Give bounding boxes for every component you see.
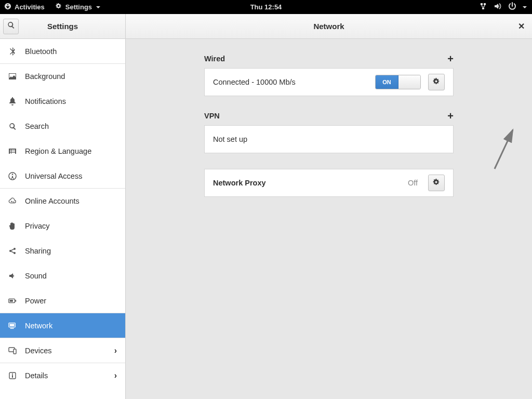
clock[interactable]: Thu 12:54	[250, 3, 282, 11]
page-title: Network	[313, 22, 344, 31]
cloud-key-icon	[8, 197, 17, 205]
sidebar-item-bluetooth[interactable]: Bluetooth	[0, 39, 125, 64]
proxy-label: Network Proxy	[213, 179, 401, 187]
plus-icon: +	[447, 110, 454, 122]
sidebar-item-label: Privacy	[25, 222, 50, 230]
sidebar-item-label: Sharing	[25, 247, 51, 255]
app-menu-icon	[55, 3, 62, 11]
vpn-status-text: Not set up	[213, 135, 445, 143]
section-proxy: Network Proxy Off	[204, 169, 454, 197]
sidebar-item-label: Devices	[25, 347, 52, 355]
svg-line-16	[495, 130, 513, 169]
battery-icon	[8, 297, 17, 305]
bluetooth-icon	[8, 47, 17, 56]
proxy-settings-button[interactable]	[428, 175, 445, 191]
svg-point-2	[11, 201, 12, 202]
globe-icon	[8, 147, 17, 155]
chevron-right-icon: ›	[114, 346, 117, 355]
sidebar-item-label: Network	[25, 322, 52, 330]
volume-icon[interactable]	[494, 2, 502, 12]
wired-toggle[interactable]: ON	[375, 75, 421, 89]
add-vpn-button[interactable]: +	[447, 112, 454, 119]
activities-button[interactable]: Activities	[15, 3, 45, 11]
accessibility-icon	[8, 172, 17, 180]
content-body: Wired + Connected - 10000 Mb/s ON	[126, 39, 532, 399]
content-header: Network ✕	[126, 14, 532, 39]
sidebar-item-label: Universal Access	[25, 172, 82, 180]
sidebar-title: Settings	[47, 22, 78, 31]
svg-rect-10	[10, 324, 15, 326]
close-icon: ✕	[518, 22, 525, 31]
sidebar-item-label: Notifications	[25, 97, 66, 105]
sidebar-item-label: Details	[25, 371, 48, 380]
wired-status-text: Connected - 10000 Mb/s	[213, 78, 368, 86]
chevron-down-icon	[96, 3, 100, 11]
settings-sidebar: Settings Bluetooth Background Notificati…	[0, 14, 126, 399]
svg-rect-8	[10, 300, 13, 302]
annotation-arrow	[479, 125, 531, 177]
plus-icon: +	[447, 53, 454, 64]
section-title-wired: Wired	[204, 55, 225, 63]
section-wired: Wired + Connected - 10000 Mb/s ON	[204, 55, 454, 96]
sidebar-item-devices[interactable]: Devices ›	[0, 338, 125, 363]
sidebar-item-label: Bluetooth	[25, 47, 57, 56]
wired-settings-button[interactable]	[428, 74, 445, 90]
add-wired-button[interactable]: +	[447, 55, 454, 62]
section-vpn: VPN + Not set up	[204, 112, 454, 153]
svg-rect-15	[12, 375, 13, 378]
svg-rect-7	[15, 300, 16, 302]
settings-window: Settings Bluetooth Background Notificati…	[0, 14, 532, 399]
sidebar-item-label: Sound	[25, 272, 47, 280]
info-icon	[8, 371, 17, 380]
sidebar-header: Settings	[0, 14, 125, 39]
close-button[interactable]: ✕	[518, 21, 525, 31]
power-icon[interactable]	[508, 2, 516, 12]
sidebar-item-search[interactable]: Search	[0, 114, 125, 139]
sidebar-item-label: Search	[25, 122, 49, 130]
sidebar-item-universal-access[interactable]: Universal Access	[0, 164, 125, 189]
svg-point-1	[12, 174, 14, 175]
bell-icon	[8, 97, 17, 105]
section-title-vpn: VPN	[204, 112, 220, 120]
gear-icon	[432, 77, 441, 87]
proxy-row[interactable]: Network Proxy Off	[205, 169, 453, 196]
search-icon	[8, 122, 17, 130]
sidebar-item-sound[interactable]: Sound	[0, 263, 125, 288]
sidebar-item-region-language[interactable]: Region & Language	[0, 139, 125, 164]
devices-icon	[8, 347, 17, 355]
activities-icon	[4, 3, 11, 11]
hand-icon	[8, 222, 17, 230]
sidebar-item-power[interactable]: Power	[0, 288, 125, 313]
system-menu-caret-icon[interactable]	[523, 3, 527, 11]
sidebar-item-label: Online Accounts	[25, 197, 79, 205]
wired-connection-row: Connected - 10000 Mb/s ON	[205, 69, 453, 96]
sidebar-list: Bluetooth Background Notifications Searc…	[0, 39, 125, 399]
svg-rect-12	[14, 349, 16, 354]
sidebar-item-privacy[interactable]: Privacy	[0, 214, 125, 238]
toggle-on-label: ON	[376, 75, 398, 89]
app-menu-button[interactable]: Settings	[65, 3, 100, 11]
sidebar-item-online-accounts[interactable]: Online Accounts	[0, 189, 125, 214]
gnome-top-bar: Activities Settings Thu 12:54	[0, 0, 532, 14]
sidebar-item-notifications[interactable]: Notifications	[0, 89, 125, 114]
sidebar-item-label: Power	[25, 297, 46, 305]
content-pane: Network ✕ Wired + Connected - 10000 Mb/s	[126, 14, 532, 399]
vpn-row: Not set up	[205, 126, 453, 153]
sidebar-item-network[interactable]: Network	[0, 313, 125, 338]
sidebar-item-label: Background	[25, 72, 65, 81]
chevron-right-icon: ›	[114, 371, 117, 380]
sidebar-item-background[interactable]: Background	[0, 64, 125, 89]
network-status-icon[interactable]	[479, 2, 487, 12]
background-icon	[8, 72, 17, 81]
search-icon	[7, 21, 15, 31]
sidebar-item-details[interactable]: Details ›	[0, 363, 125, 388]
svg-rect-14	[12, 374, 13, 375]
network-icon	[8, 322, 17, 330]
toggle-knob	[398, 75, 420, 89]
proxy-value: Off	[408, 179, 418, 187]
sidebar-item-sharing[interactable]: Sharing	[0, 238, 125, 263]
sidebar-item-label: Region & Language	[25, 147, 91, 155]
gear-icon	[432, 178, 441, 188]
speaker-icon	[8, 272, 17, 280]
search-button[interactable]	[3, 19, 19, 34]
